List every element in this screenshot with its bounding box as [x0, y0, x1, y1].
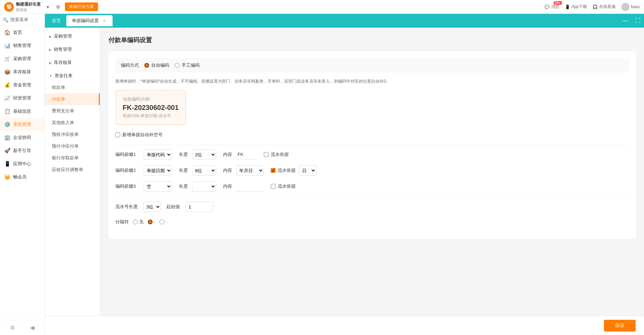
separator-row: 分隔符 无 · · [115, 219, 629, 225]
settings-panel: 编码方式 自动编码 手工编码 [108, 51, 636, 239]
sub-group-inventory-header[interactable]: ▶ 库存核算 [45, 57, 100, 68]
serial-start-input[interactable] [185, 202, 213, 212]
manual-encoding-option[interactable]: 手工编码 [175, 62, 200, 68]
sub-item-prepay-ar[interactable]: 预收冲应收单 [45, 129, 100, 140]
prefix1-length-select[interactable]: 2位 4位 [192, 149, 216, 160]
sub-item-adjustment[interactable]: 应收应付调整单 [45, 164, 100, 176]
prefix2-flow-checkbox[interactable] [271, 168, 276, 173]
serial-start-label: 起始值 [166, 204, 180, 210]
message-badge: 99+ [554, 1, 562, 5]
sidebar-item-operation[interactable]: 📈 经营管理 [0, 92, 45, 105]
sub-item-prepay-ap[interactable]: 预付冲应付单 [45, 140, 100, 152]
prefix3-content-label: 内容 [223, 183, 232, 189]
auto-fill-row: 新增单据自动补空号 [115, 132, 629, 138]
prefix2-content-select[interactable]: 年月日 年月 年 [236, 165, 264, 176]
prefix1-flow-checkbox[interactable] [264, 152, 269, 157]
sub-group-fund-header[interactable]: ▼ 资金往来 [45, 70, 100, 82]
tab-close-icon[interactable]: × [102, 18, 107, 24]
inventory-icon: 📦 [4, 69, 10, 75]
sub-group-sales: ▶ 销售管理 [45, 44, 100, 55]
prefix2-flow-select[interactable]: 日 月 年 [299, 165, 316, 176]
prefix2-label: 编码前缀2 [115, 167, 140, 174]
prefix1-row: 编码前缀1 单据代码 单据日期 空 长度 2位 4位 内容 FK [115, 149, 629, 160]
enterprise-icon: 🏢 [4, 134, 10, 141]
serial-length-select[interactable]: 3位 4位 5位 [143, 202, 161, 212]
tab-minimize-icon[interactable]: — [621, 16, 630, 26]
serial-row: 流水号长度 3位 4位 5位 起始值 [115, 202, 629, 212]
prefix3-flow-checkbox[interactable] [271, 184, 276, 189]
prefix3-length-select[interactable] [192, 181, 216, 192]
sidebar-item-finance[interactable]: 💰 资金管理 [0, 78, 45, 92]
apps-icon: 📱 [4, 161, 10, 167]
prefix2-length-label: 长度 [179, 167, 188, 174]
sidebar-item-member[interactable]: 👑 畅会员 [0, 170, 45, 184]
sub-item-other-income[interactable]: 其他收入单 [45, 117, 100, 129]
sidebar-settings-btn[interactable]: ⚙ [4, 324, 21, 331]
sidebar-item-basic[interactable]: 📋 基础信息 [0, 105, 45, 118]
code-preview-box: 当前编码示例： FK-20230602-001 单据代码-单据日期-流水号 [115, 90, 186, 125]
main-content: 付款单编码设置 编码方式 自动编码 手工编码 [100, 28, 644, 316]
sub-item-expense[interactable]: 费用支出单 [45, 105, 100, 117]
sales-icon: 📊 [4, 43, 10, 49]
manual-encoding-radio[interactable] [175, 63, 180, 68]
sidebar: 🔍 搜索菜单 🏠 首页 📊 销售管理 🛒 采购管理 📦 库存核算 💰 [0, 14, 45, 335]
top-bar-left: 畅 畅捷通好生意 旗舰版 ▾ ⚙ 体验行业方案 [4, 1, 542, 12]
experience-button[interactable]: 体验行业方案 [65, 2, 98, 11]
sep-none-radio[interactable] [133, 220, 138, 224]
sidebar-item-system[interactable]: ⚙️ 系统管理 [0, 118, 45, 131]
auto-encoding-radio[interactable] [144, 63, 149, 68]
auto-encoding-option[interactable]: 自动编码 [144, 62, 169, 68]
separator-label: 分隔符 [115, 219, 129, 225]
top-bar-right: 💬 消息 99+ 📱 App下载 🎧 在线客服 Nare [545, 3, 640, 11]
sidebar-collapse-btn[interactable]: ◀ [24, 324, 41, 331]
system-icon: ⚙️ [4, 121, 10, 128]
chevron-right-icon2: ▶ [49, 48, 52, 52]
prefix2-content-label: 内容 [223, 167, 232, 174]
top-bar: 畅 畅捷通好生意 旗舰版 ▾ ⚙ 体验行业方案 💬 消息 99+ 📱 App下载… [0, 0, 644, 14]
finance-icon: 💰 [4, 82, 10, 88]
auto-fill-checkbox[interactable] [115, 132, 120, 137]
sub-layout: ▶ 采购管理 ▶ 销售管理 ▶ 库存核算 [45, 28, 644, 316]
prefix3-select[interactable]: 空 单据代码 单据日期 [144, 181, 172, 192]
tab-maximize-icon[interactable]: ⛶ [633, 16, 643, 26]
prefix1-select[interactable]: 单据代码 单据日期 空 [144, 149, 172, 160]
sep-dot-radio[interactable] [160, 220, 164, 224]
sep-none-option[interactable]: 无 [133, 219, 144, 225]
sidebar-item-sales[interactable]: 📊 销售管理 [0, 39, 45, 52]
brand-text: 畅捷通好生意 旗舰版 [16, 1, 41, 12]
encoding-method-label: 编码方式 [121, 62, 139, 68]
sub-item-receipt[interactable]: 收款单 [45, 82, 100, 93]
sub-group-purchase-header[interactable]: ▶ 采购管理 [45, 30, 100, 42]
encoding-radio-group: 自动编码 手工编码 [144, 62, 200, 68]
purchase-icon: 🛒 [4, 56, 10, 62]
sep-dash-option[interactable]: · [148, 220, 155, 225]
sub-group-sales-header[interactable]: ▶ 销售管理 [45, 44, 100, 55]
prefix2-length-select[interactable]: 8位 4位 6位 [192, 165, 216, 176]
sidebar-item-apps[interactable]: 📱 应用中心 [0, 157, 45, 170]
settings-btn[interactable]: ⚙ [54, 3, 62, 11]
tab-home[interactable]: 首页 [46, 15, 66, 26]
search-menu[interactable]: 🔍 搜索菜单 [0, 14, 45, 26]
sep-dot-option[interactable]: · [160, 220, 167, 225]
brand: 畅 畅捷通好生意 旗舰版 [4, 1, 41, 12]
dropdown-btn[interactable]: ▾ [44, 3, 52, 11]
online-service-btn[interactable]: 🎧 在线客服 [593, 4, 616, 10]
sidebar-item-purchase[interactable]: 🛒 采购管理 [0, 52, 45, 65]
user-info[interactable]: Nare [621, 3, 640, 11]
app-download-btn[interactable]: 📱 App下载 [565, 4, 587, 10]
sub-item-payment[interactable]: 付款单 [45, 93, 100, 105]
save-button[interactable]: 保存 [604, 320, 636, 332]
sep-dash-radio[interactable] [148, 220, 153, 224]
divider2 [115, 197, 629, 197]
prefix1-flow-check: 流水依据 [264, 151, 289, 158]
sidebar-item-guide[interactable]: 🚀 新手引导 [0, 144, 45, 157]
sub-item-bank[interactable]: 银行存取款单 [45, 152, 100, 164]
tab-encoding-settings[interactable]: 单据编码设置 × [66, 15, 113, 26]
tab-bar: 首页 单据编码设置 × — ⛶ [45, 14, 644, 28]
sidebar-item-home[interactable]: 🏠 首页 [0, 26, 45, 39]
code-preview-value: FK-20230602-001 [123, 104, 179, 112]
prefix2-select[interactable]: 单据日期 单据代码 空 [144, 165, 172, 176]
message-btn[interactable]: 💬 消息 99+ [545, 4, 559, 10]
sidebar-item-inventory[interactable]: 📦 库存核算 [0, 65, 45, 78]
sidebar-item-enterprise[interactable]: 🏢 企业协同 [0, 131, 45, 144]
